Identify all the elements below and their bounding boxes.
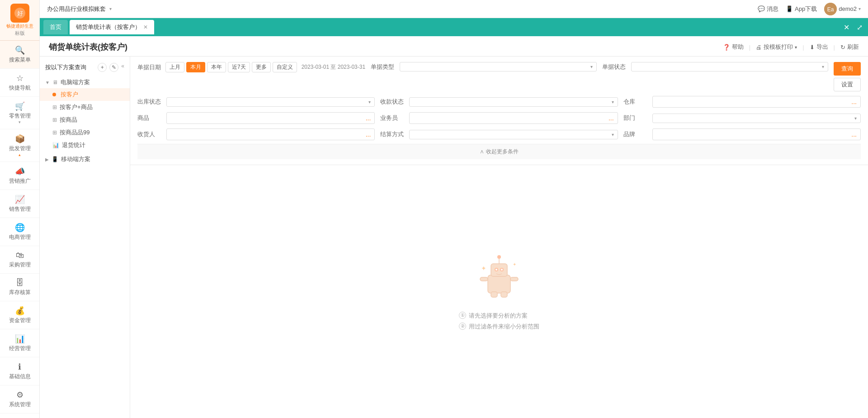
empty-state: ✦ ✦ ① 请先选择要分析的方案 ② 用过滤条件来缩小分析范围 [459,250,539,333]
department-select[interactable]: ▾ [652,114,861,123]
retail-icon: 🛒 [15,101,25,111]
salesperson-select[interactable]: ... [409,112,618,124]
date-btn-last-month[interactable]: 上月 [165,62,184,72]
scheme-by-customer-label: 按客户 [61,90,78,99]
sidebar-item-ecommerce[interactable]: 🌐 电商管理 [0,218,39,246]
scheme-item-by-customer[interactable]: 按客户 [40,88,130,101]
scheme-add-button[interactable]: + [98,63,107,72]
scheme-panel-title: 按以下方案查询 [45,63,86,71]
out-status-select[interactable]: ▾ [166,97,375,107]
bill-type-label: 单据类型 [371,63,396,71]
scheme-item-icon-3: ⊞ [52,129,57,136]
export-button[interactable]: ⬇ 导出 [810,43,828,51]
svg-point-11 [497,255,501,259]
settings-button[interactable]: 设置 [834,78,861,91]
scheme-mobile-label: 移动端方案 [61,155,90,163]
system-icon: ⚙ [16,390,24,400]
scheme-item-by-customer-goods[interactable]: ⊞ 按客户+商品 [40,101,130,114]
tip-text-2: 用过滤条件来缩小分析范围 [469,323,539,331]
date-btn-this-month[interactable]: 本月 [186,62,205,72]
out-status-label: 出库状态 [137,98,163,106]
receiver-label: 收货人 [137,130,163,138]
scheme-group-desktop-header[interactable]: ▼ 🖥 电脑端方案 [40,76,130,88]
date-btn-custom[interactable]: 自定义 [273,62,297,72]
empty-tip-1: ① 请先选择要分析的方案 [459,312,539,320]
sidebar-item-sales[interactable]: 📈 销售管理 [0,190,39,218]
sidebar-item-wholesale[interactable]: 📦 批发管理 ▴ [0,129,39,162]
bill-status-select[interactable]: ▾ [631,62,828,71]
svg-text:好: 好 [17,10,23,17]
workspace-arrow[interactable]: ▾ [109,6,112,11]
topbar-right: 💬 消息 📱 App下载 Ea demo2 ▾ [758,3,861,15]
sidebar-item-search[interactable]: 🔍 搜索菜单 [0,41,39,69]
scheme-group-mobile-header[interactable]: ▶ 📱 移动端方案 [40,153,130,165]
user-name: demo2 [839,5,857,12]
date-btn-this-year[interactable]: 本年 [207,62,226,72]
print-icon: 🖨 [756,44,762,51]
page-actions: ❓ 帮助 | 🖨 按模板打印 ▾ | ⬇ 导出 | ↻ 刷新 [723,43,859,51]
tab-close-button[interactable]: ✕ [143,24,148,30]
sidebar-item-quick-nav[interactable]: ☆ 快捷导航 [0,69,39,97]
sidebar-item-system[interactable]: ⚙ 系统管理 [0,385,39,413]
message-button[interactable]: 💬 消息 [758,5,778,13]
tab-home[interactable]: 首页 [43,20,68,34]
sidebar-item-operation[interactable]: 📊 经营管理 [0,329,39,357]
goods-select[interactable]: ... [166,112,375,124]
inventory-icon: 🗄 [16,278,24,288]
bill-status-arrow: ▾ [822,64,824,69]
sidebar-basic-label: 基础信息 [9,373,31,380]
scheme-collapse-button[interactable]: « [121,63,124,72]
data-area: ✦ ✦ ① 请先选择要分析的方案 ② 用过滤条件来缩小分析范围 [130,165,868,418]
app-download-button[interactable]: 📱 App下载 [786,5,817,13]
tab-sales-stat[interactable]: 销货单统计表（按客户） ✕ [70,20,154,34]
svg-rect-4 [488,275,510,293]
warehouse-select[interactable]: ... [652,96,861,108]
sidebar-item-marketing[interactable]: 📣 营销推广 [0,162,39,190]
refresh-button[interactable]: ↻ 刷新 [840,43,859,51]
scheme-item-by-goods[interactable]: ⊞ 按商品 [40,114,130,126]
ecommerce-icon: 🌐 [15,223,25,233]
scheme-panel: 按以下方案查询 + ✎ « ▼ 🖥 电脑端方案 [40,57,130,418]
tabbar-actions: ✕ ⤢ [842,21,864,33]
sidebar-item-purchase[interactable]: 🛍 采购管理 [0,246,39,274]
receipt-status-select[interactable]: ▾ [409,97,618,107]
tip-num-2: ② [459,323,466,330]
receiver-dots: ... [366,131,371,138]
date-options-group: 上月 本月 本年 近7天 更多 自定义 [165,62,297,72]
date-filter-label: 单据日期 [137,63,163,71]
sidebar-item-inventory[interactable]: 🗄 库存核算 [0,274,39,301]
query-button[interactable]: 查询 [834,62,861,76]
sidebar-finance-label: 资金管理 [9,317,31,324]
sidebar-item-finance[interactable]: 💰 资金管理 [0,301,39,329]
sidebar-item-enterprise[interactable]: 👥 企业协同 [0,413,39,418]
bill-type-select[interactable]: ▾ [400,62,597,71]
scheme-item-return-stat[interactable]: 📊 退货统计 [40,139,130,152]
collapse-bar[interactable]: ∧ 收起更多条件 [137,144,861,159]
payment-select[interactable]: ▾ [409,130,618,139]
date-btn-last7[interactable]: 近7天 [228,62,250,72]
svg-rect-15 [501,292,507,297]
svg-rect-12 [480,277,488,281]
scheme-panel-actions: + ✎ « [98,63,124,72]
scheme-desktop-arrow: ▼ [45,80,50,85]
user-profile[interactable]: Ea demo2 ▾ [824,3,861,15]
close-tab-btn[interactable]: ✕ [842,21,851,33]
scheme-edit-button[interactable]: ✎ [109,63,118,72]
chevron-up-icon: ▴ [19,152,21,157]
tip-text-1: 请先选择要分析的方案 [469,312,528,320]
sidebar-item-retail[interactable]: 🛒 零售管理 ▾ [0,97,39,129]
bill-type-arrow: ▾ [590,64,593,69]
date-btn-more[interactable]: 更多 [252,62,271,72]
mobile-group-icon: 📱 [52,156,58,162]
brand-select[interactable]: ... [652,128,861,140]
main-area: 办公用品行业模拟账套 ▾ 💬 消息 📱 App下载 Ea demo2 ▾ 首 [40,0,868,418]
department-label: 部门 [623,114,649,122]
marketing-icon: 📣 [15,166,25,176]
receiver-select[interactable]: ... [166,128,375,140]
warehouse-label: 仓库 [623,98,649,106]
scheme-item-by-goods-99[interactable]: ⊞ 按商品品99 [40,126,130,139]
print-button[interactable]: 🖨 按模板打印 ▾ [756,43,797,51]
sidebar-item-basic[interactable]: ℹ 基础信息 [0,357,39,385]
expand-tab-btn[interactable]: ⤢ [855,21,864,33]
help-button[interactable]: ❓ 帮助 [723,43,744,51]
